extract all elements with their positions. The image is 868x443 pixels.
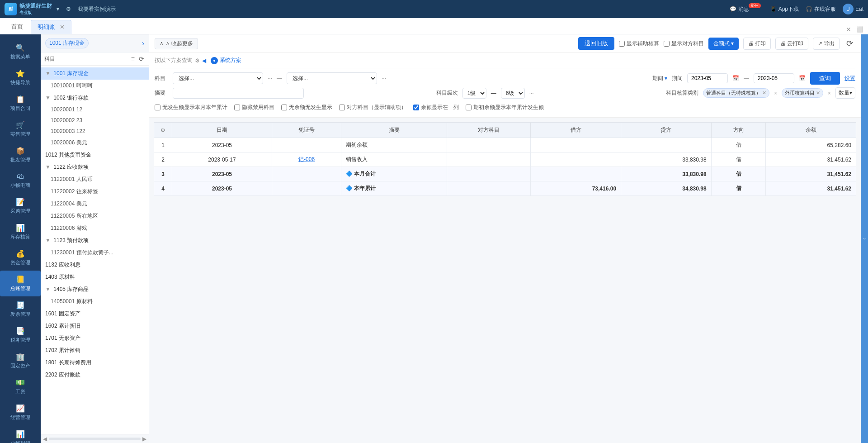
tree-item-1601[interactable]: 1601 固定资产 (41, 308, 149, 320)
calendar-icon-start[interactable]: 📅 (732, 75, 739, 81)
right-panel[interactable]: › (861, 34, 868, 443)
sidebar-item-sales-report[interactable]: 📊 小畅报销 (0, 425, 41, 443)
tree-item-11230001[interactable]: 11230001 预付款款黄子... (41, 247, 149, 259)
level-from-select[interactable]: 1级 (462, 88, 486, 99)
settings-icon[interactable]: ⚙ (66, 6, 71, 12)
tree-item-10010001[interactable]: 10010001 呵呵呵 (41, 80, 149, 92)
scroll-right-btn[interactable]: ▶ (142, 436, 146, 442)
tree-item-1132[interactable]: 1132 应收利息 (41, 259, 149, 271)
settings-btn[interactable]: 设置 (844, 75, 855, 82)
tree-item-10020002[interactable]: 10020002 23 (41, 115, 149, 126)
sidebar-item-retail[interactable]: 🛒 零售管理 (0, 116, 41, 142)
export-btn[interactable]: ↗ 导出 (813, 38, 840, 50)
nav-arrow-right[interactable]: › (142, 39, 144, 48)
collapse-filter-icon[interactable]: ◀ (202, 57, 206, 64)
online-service-btn[interactable]: 🎧 在线客服 (806, 5, 836, 13)
check-opposite-subject-input[interactable] (339, 105, 345, 110)
app-download-btn[interactable]: 📱 App下载 (770, 5, 799, 13)
tab-ledger[interactable]: 明细账 ✕ (31, 20, 71, 34)
tab-home[interactable]: 首页 (5, 19, 30, 34)
check-opening-balance[interactable]: 期初余额显示本年累计发生额 (466, 104, 544, 111)
view-mode-btn[interactable]: ≡ (130, 54, 136, 63)
quantity-dropdown[interactable]: 数量▾ (835, 87, 855, 99)
subject-select[interactable]: 选择... (173, 72, 263, 84)
tree-item-2202[interactable]: 2202 应付账款 (41, 369, 149, 381)
check-no-balance[interactable]: 无余额无发生显示 (281, 104, 332, 111)
check-hide-disabled-input[interactable] (234, 105, 240, 110)
window-maximize-btn[interactable]: ⬜ (855, 25, 864, 34)
tree-item-11220005[interactable]: 11220005 所在地区 (41, 210, 149, 222)
sidebar-item-ledger[interactable]: 📒 总账管理 (0, 271, 41, 296)
scroll-bar[interactable] (49, 438, 141, 440)
sidebar-item-tax[interactable]: 📑 税务管理 (0, 322, 41, 348)
tree-item-11220001[interactable]: 11220001 人民币 (41, 173, 149, 186)
summary-input[interactable] (173, 88, 304, 99)
check-no-occurrence-input[interactable] (155, 105, 160, 110)
sidebar-item-operations[interactable]: 📈 经营管理 (0, 400, 41, 425)
calendar-icon-end[interactable]: 📅 (799, 75, 806, 81)
scroll-left-btn[interactable]: ◀ (43, 436, 47, 442)
refresh-btn[interactable]: ⟳ (844, 38, 855, 49)
messages-btn[interactable]: 💬 消息 99+ (730, 5, 763, 13)
check-balance-one-col-input[interactable] (413, 105, 419, 110)
show-opposite-check[interactable]: 显示对方科目 (664, 40, 704, 48)
tree-item-1405[interactable]: ▼ 1405 库存商品 (41, 283, 149, 295)
sidebar-item-invoice[interactable]: 🧾 发票管理 (0, 296, 41, 322)
sidebar-item-fixedasset[interactable]: 🏢 固定资产 (0, 348, 41, 374)
tree-item-1122[interactable]: ▼ 1122 应收款项 (41, 161, 149, 173)
sidebar-item-quicknav[interactable]: ⭐ 快捷导航 (0, 65, 41, 91)
amount-type-btn[interactable]: 金额式 ▾ (708, 38, 739, 50)
nav-dropdown[interactable]: ▾ (57, 6, 59, 12)
check-opening-balance-input[interactable] (466, 105, 472, 110)
subject-select2[interactable]: 选择... (287, 72, 377, 84)
check-balance-one-col[interactable]: 余额显示在一列 (413, 104, 459, 111)
check-no-balance-input[interactable] (281, 105, 287, 110)
sidebar-item-wholesale[interactable]: 📦 批发管理 (0, 142, 41, 168)
demo-link[interactable]: 我要看实例演示 (78, 5, 116, 13)
refresh-tree-btn[interactable]: ⟳ (138, 54, 145, 63)
cloud-print-btn[interactable]: 🖨 云打印 (775, 38, 808, 50)
sidebar-item-inventory[interactable]: 📊 库存核算 (0, 219, 41, 245)
tree-item-11220002[interactable]: 11220002 往来标签 (41, 186, 149, 198)
tree-item-1701[interactable]: 1701 无形资产 (41, 332, 149, 344)
tab-close-ledger[interactable]: ✕ (60, 24, 65, 30)
voucher-link-2[interactable]: 记-006 (298, 156, 315, 162)
sidebar-item-search[interactable]: 🔍 搜索菜单 (0, 39, 41, 65)
system-scheme-btn[interactable]: ● 系统方案 (211, 57, 241, 64)
window-close-btn[interactable]: ✕ (844, 25, 853, 34)
collapse-more-btn[interactable]: ∧ ∧ 收起更多 (155, 38, 198, 49)
tree-item-14050001[interactable]: 14050001 原材料 (41, 295, 149, 308)
level-to-select[interactable]: 6级 (501, 88, 525, 99)
tree-item-1801[interactable]: 1801 长期待摊费用 (41, 357, 149, 369)
tree-item-11220004[interactable]: 11220004 美元 (41, 198, 149, 210)
tree-item-1702[interactable]: 1702 累计摊销 (41, 344, 149, 357)
show-helper-checkbox[interactable] (619, 41, 625, 47)
tree-item-10020003[interactable]: 10020003 122 (41, 126, 149, 137)
voucher-2[interactable]: 记-006 (272, 152, 341, 167)
tree-item-1602[interactable]: 1602 累计折旧 (41, 320, 149, 332)
breadcrumb-tag[interactable]: 1001 库存现金 (45, 38, 89, 48)
sidebar-item-salary[interactable]: 💵 工资 (0, 374, 41, 400)
tree-item-10020006[interactable]: 10020006 美元 (41, 137, 149, 149)
show-helper-check[interactable]: 显示辅助核算 (619, 40, 659, 48)
sidebar-item-capital[interactable]: 💰 资金管理 (0, 245, 41, 271)
calc-tag-foreign-close[interactable]: ✕ (816, 90, 820, 96)
calc-tag-normal-close[interactable]: ✕ (762, 90, 766, 96)
print-btn[interactable]: 🖨 打印 (743, 38, 771, 50)
retro-btn[interactable]: 退回旧版 (578, 37, 614, 50)
check-opposite-subject[interactable]: 对方科目（显示辅助项） (339, 104, 406, 111)
show-opposite-checkbox[interactable] (664, 41, 670, 47)
sidebar-item-purchase[interactable]: 📝 采购管理 (0, 193, 41, 219)
check-hide-disabled[interactable]: 隐藏禁用科目 (234, 104, 274, 111)
tree-item-1123[interactable]: ▼ 1123 预付款项 (41, 234, 149, 247)
sidebar-item-project[interactable]: 📋 项目合同 (0, 91, 41, 116)
check-no-occurrence[interactable]: 无发生额显示本月本年累计 (155, 104, 227, 111)
tree-item-1002[interactable]: ▼ 1002 银行存款 (41, 92, 149, 104)
table-settings-icon[interactable]: ⚙ (160, 127, 165, 133)
period-start-input[interactable] (687, 73, 728, 83)
tree-item-11220006[interactable]: 11220006 游戏 (41, 222, 149, 234)
user-btn[interactable]: U Eat (843, 4, 863, 14)
tree-item-1012[interactable]: 1012 其他货币资金 (41, 149, 149, 161)
tree-item-1403[interactable]: 1403 原材料 (41, 271, 149, 283)
sidebar-item-ecommerce[interactable]: 🛍 小畅电商 (0, 168, 41, 193)
